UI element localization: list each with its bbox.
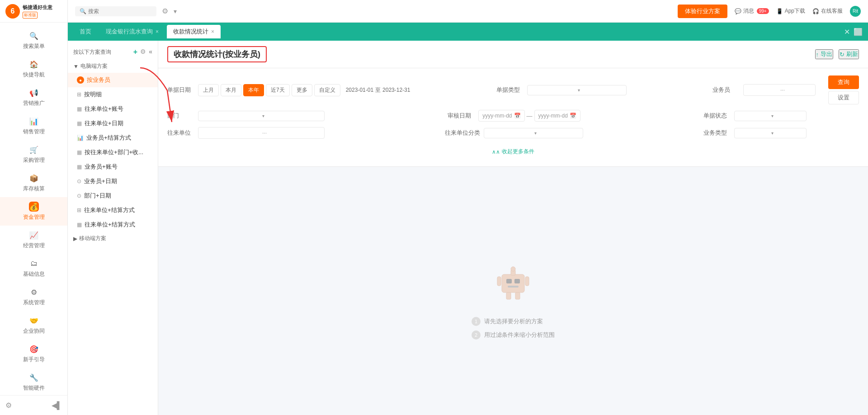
sidebar-item-basic[interactable]: 🗂 基础信息	[0, 254, 67, 283]
hint-num-1: 1	[472, 317, 481, 326]
app-icon: 📱	[776, 8, 783, 14]
biz-type-select[interactable]: ▾	[734, 128, 807, 138]
online-support-btn[interactable]: 🎧 在线客服	[812, 7, 843, 15]
bill-status-select[interactable]: ▾	[734, 111, 807, 121]
topbar-dropdown-icon[interactable]: ▾	[174, 8, 177, 15]
tree-section-arrow-mobile: ▶	[73, 236, 77, 242]
tree-item-staff-date[interactable]: ⊙ 业务员+日期	[68, 174, 158, 189]
date-btn-custom[interactable]: 自定义	[314, 84, 340, 96]
main-wrapper: 🔍 ⚙ ▾ 体验行业方案 💬 消息 99+ 📱 App下载 🎧 在线客服 Ri	[68, 0, 868, 415]
solution-btn[interactable]: 体验行业方案	[678, 5, 727, 18]
sidebar-item-finance[interactable]: 💰 资金管理	[0, 197, 67, 226]
panel-settings-btn[interactable]: ⚙	[140, 48, 146, 56]
sidebar-item-system[interactable]: ⚙ 系统管理	[0, 283, 67, 311]
panel-collapse-btn[interactable]: «	[149, 48, 152, 56]
tree-item-dept-date[interactable]: ⊙ 部门+日期	[68, 189, 158, 203]
tree-item-partner-account[interactable]: ▦ 往来单位+账号	[68, 102, 158, 116]
page-title: 收款情况统计(按业务员)	[174, 50, 260, 59]
tabbar: 首页 现金银行流水查询 × 收款情况统计 × ✕ ⬜	[68, 23, 868, 41]
date-end: 2023-12-31	[382, 87, 410, 93]
topbar-settings-icon[interactable]: ⚙	[162, 7, 168, 15]
tree-item-staff-settlement[interactable]: 📊 业务员+结算方式	[68, 131, 158, 145]
sidebar-item-enterprise[interactable]: 🤝 企业协同	[0, 311, 67, 340]
tree-section-arrow: ▼	[73, 63, 79, 70]
tree-item-partner-settlement1[interactable]: ⊞ 往来单位+结算方式	[68, 203, 158, 217]
tab-receipts-close[interactable]: ×	[211, 28, 214, 35]
export-btn[interactable]: ↑ 导出	[815, 49, 834, 59]
review-end-input[interactable]: yyyy-mm-dd 📅	[534, 110, 580, 122]
sidebar-item-operations[interactable]: 📈 经营管理	[0, 226, 67, 254]
left-panel: 按以下方案查询 + ⚙ « ▼ 电脑端方案 ● 按业务员 ⊞ 按明细	[68, 41, 158, 415]
window-close-btn[interactable]: ✕	[844, 28, 850, 36]
search-input[interactable]	[88, 8, 151, 14]
tree-item-icon: ▦	[77, 106, 82, 112]
svg-rect-7	[525, 277, 529, 286]
query-btn[interactable]: 查询	[828, 75, 859, 89]
tree-section-desktop[interactable]: ▼ 电脑端方案	[68, 60, 158, 73]
content-area: 按以下方案查询 + ⚙ « ▼ 电脑端方案 ● 按业务员 ⊞ 按明细	[68, 41, 868, 415]
dept-select[interactable]: ▾	[198, 111, 325, 121]
svg-rect-2	[514, 279, 520, 283]
window-maximize-btn[interactable]: ⬜	[854, 28, 863, 36]
sidebar-item-newguide[interactable]: 🎯 新手引导	[0, 340, 67, 368]
tab-bankflow-close[interactable]: ×	[156, 28, 159, 35]
filter-row-1: 单据日期 上月 本月 本年 近7天 更多 自定义 2023-01-01 至	[167, 75, 859, 104]
bill-type-select[interactable]: ▾	[527, 85, 627, 95]
sidebar-item-label: 库存核算	[23, 185, 45, 193]
tab-home-label: 首页	[80, 28, 91, 36]
staff-dots-btn[interactable]: ···	[778, 87, 811, 93]
tree-item-partner-dept[interactable]: ▦ 按往来单位+部门+收...	[68, 145, 158, 160]
sidebar-settings-icon[interactable]: ⚙	[5, 401, 12, 410]
review-start-input[interactable]: yyyy-mm-dd 📅	[478, 110, 524, 122]
search-box[interactable]: 🔍	[75, 6, 156, 16]
empty-hint-2: 2 用过滤条件来缩小分析范围	[472, 330, 555, 340]
sidebar-item-search[interactable]: 🔍 搜索菜单	[0, 26, 67, 55]
date-buttons: 上月 本月 本年 近7天 更多 自定义	[198, 84, 340, 96]
app-download-btn[interactable]: 📱 App下载	[776, 7, 805, 15]
collapse-btn[interactable]: ∧∧ 收起更多条件	[167, 144, 859, 159]
sidebar-item-sales[interactable]: 📊 销售管理	[0, 112, 67, 140]
partner-label: 往来单位	[167, 129, 194, 137]
refresh-btn[interactable]: ↻ 刷新	[839, 49, 859, 59]
sidebar-collapse-icon[interactable]: ◀▌	[52, 401, 62, 410]
sidebar-item-hardware[interactable]: 🔧 智能硬件	[0, 368, 67, 395]
filter-row-2: 部门 ▾ 审核日期 yyyy-mm-dd 📅	[167, 110, 859, 122]
date-btn-this-month[interactable]: 本月	[221, 84, 241, 96]
tab-bankflow[interactable]: 现金银行流水查询 ×	[99, 25, 165, 38]
date-separator: 至	[375, 86, 381, 94]
sidebar-item-purchase[interactable]: 🛒 采购管理	[0, 140, 67, 169]
messages-btn[interactable]: 💬 消息 99+	[735, 7, 769, 15]
user-profile[interactable]: Rit	[850, 6, 861, 17]
tab-receipts[interactable]: 收款情况统计 ×	[167, 25, 221, 38]
dept-filter: 部门 ▾	[167, 111, 325, 121]
date-btn-last7days[interactable]: 近7天	[266, 84, 290, 96]
date-btn-last-month[interactable]: 上月	[198, 84, 219, 96]
hint-text-1: 请先选择要分析的方案	[484, 317, 543, 325]
partner-category-label: 往来单位分类	[445, 129, 480, 137]
tree-item-partner-settlement2[interactable]: ▦ 往来单位+结算方式	[68, 217, 158, 232]
tab-home[interactable]: 首页	[73, 25, 98, 38]
tree-section-mobile[interactable]: ▶ 移动端方案	[68, 232, 158, 245]
topbar: 🔍 ⚙ ▾ 体验行业方案 💬 消息 99+ 📱 App下载 🎧 在线客服 Ri	[68, 0, 868, 23]
sidebar-item-label: 营销推广	[23, 99, 45, 107]
sidebar-item-inventory[interactable]: 📦 库存核算	[0, 169, 67, 197]
tree-item-by-staff[interactable]: ● 按业务员	[68, 73, 158, 87]
partner-select[interactable]: ···	[198, 127, 325, 139]
settings-btn[interactable]: 设置	[828, 91, 859, 104]
tree-item-label: 往来单位+账号	[85, 105, 123, 113]
tree-item-by-detail[interactable]: ⊞ 按明细	[68, 87, 158, 102]
tree-item-partner-date[interactable]: ▦ 往来单位+日期	[68, 116, 158, 131]
tree-item-staff-account[interactable]: ▦ 业务员+账号	[68, 160, 158, 174]
date-btn-more[interactable]: 更多	[292, 84, 312, 96]
tab-receipts-label: 收款情况统计	[173, 28, 208, 36]
user-avatar: Rit	[850, 6, 861, 17]
partner-dots-btn[interactable]: ···	[259, 130, 320, 136]
sidebar-item-label: 智能硬件	[23, 384, 45, 392]
date-btn-this-year[interactable]: 本年	[243, 84, 264, 96]
partner-category-select[interactable]: ▾	[484, 128, 583, 138]
staff-select[interactable]: ···	[743, 84, 816, 96]
panel-add-btn[interactable]: +	[133, 48, 137, 56]
tree-section-label-mobile: 移动端方案	[79, 235, 106, 242]
sidebar-item-marketing[interactable]: 📢 营销推广	[0, 83, 67, 112]
sidebar-item-quicknav[interactable]: 🏠 快捷导航	[0, 55, 67, 83]
